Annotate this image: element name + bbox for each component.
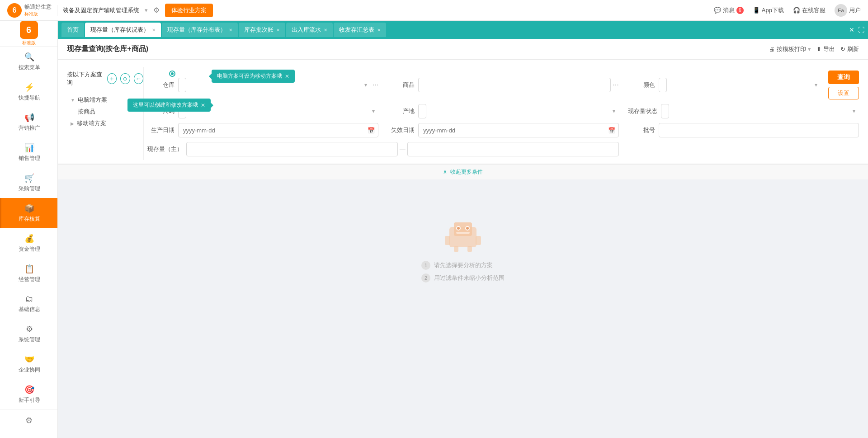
sidebar-item-collab[interactable]: 🤝 企业协同 bbox=[0, 349, 57, 379]
sidebar-logo-icon: 6 bbox=[20, 21, 38, 39]
sidebar-item-newbie[interactable]: 🎯 新手引导 bbox=[0, 379, 57, 410]
tooltip-pc-close[interactable]: ✕ bbox=[285, 73, 289, 80]
tab-batch[interactable]: 库存批次账 ✕ bbox=[239, 23, 285, 37]
empty-state: 1 请先选择要分析的方案 2 用过滤条件来缩小分析范围 bbox=[58, 179, 868, 322]
sidebar-item-system[interactable]: ⚙ 系统管理 bbox=[0, 319, 57, 349]
color-select[interactable] bbox=[659, 78, 667, 92]
warehouse-select[interactable] bbox=[178, 78, 186, 92]
message-item[interactable]: 💬 消息 6 bbox=[714, 6, 744, 14]
svg-point-4 bbox=[457, 227, 460, 230]
sidebar-item-operations[interactable]: 📋 经营管理 bbox=[0, 259, 57, 289]
operations-icon: 📋 bbox=[24, 264, 34, 274]
finance-icon: 💰 bbox=[24, 234, 34, 244]
prod-date-from[interactable] bbox=[178, 123, 378, 137]
qty-from[interactable] bbox=[186, 142, 398, 156]
online-support-item[interactable]: 🎧 在线客服 bbox=[793, 6, 826, 14]
sidebar-collapse-btn[interactable]: ◀ bbox=[0, 431, 57, 438]
message-icon: 💬 bbox=[714, 7, 721, 14]
filter-inv-status: 现存量状态 bbox=[628, 104, 859, 118]
empty-steps: 1 请先选择要分析的方案 2 用过滤条件来缩小分析范围 bbox=[421, 261, 505, 286]
quicknav-icon: ⚡ bbox=[24, 82, 34, 92]
sales-icon: 📊 bbox=[24, 143, 34, 153]
header-actions: 🖨 按模板打印 ▾ ⬆ 导出 ↻ 刷新 bbox=[769, 45, 859, 53]
refresh-btn[interactable]: ↻ 刷新 bbox=[840, 45, 859, 53]
logo-text: 畅通好生意 标准版 bbox=[24, 4, 52, 17]
collapse-bar[interactable]: ∧ 收起更多条件 bbox=[58, 164, 868, 179]
prod-date-icon[interactable]: 📅 bbox=[368, 127, 375, 134]
sidebar-settings-btn[interactable]: ⚙ bbox=[0, 410, 57, 431]
batch-input[interactable] bbox=[659, 123, 859, 137]
user-item[interactable]: Ea 用户 bbox=[835, 4, 861, 17]
filter-copy-btn[interactable]: ⊙ bbox=[120, 73, 130, 84]
query-button[interactable]: 查询 bbox=[828, 71, 859, 84]
collapse-icon: ◀ bbox=[26, 436, 32, 438]
svg-rect-8 bbox=[476, 236, 481, 245]
tab-maximize-icon[interactable]: ⛶ bbox=[858, 26, 864, 33]
tab-summary[interactable]: 收发存汇总表 ✕ bbox=[334, 23, 386, 37]
system-select-icon[interactable]: ▾ bbox=[145, 7, 148, 14]
logo-area: 6 畅通好生意 标准版 bbox=[7, 3, 52, 18]
svg-rect-6 bbox=[456, 232, 470, 234]
export-icon: ⬆ bbox=[816, 46, 821, 52]
settings-icon[interactable]: ⚙ bbox=[153, 6, 160, 14]
collapse-icon: ▶ bbox=[71, 121, 74, 126]
exp-date-from[interactable] bbox=[418, 123, 618, 137]
trial-button[interactable]: 体验行业方案 bbox=[165, 4, 213, 17]
empty-step-1: 1 请先选择要分析的方案 bbox=[421, 261, 505, 270]
filter-exp-date: 失效日期 📅 bbox=[387, 123, 618, 137]
inventory-icon: 📦 bbox=[24, 203, 34, 213]
sidebar-item-finance[interactable]: 💰 资金管理 bbox=[0, 228, 57, 259]
app-download-item[interactable]: 📱 App下载 bbox=[753, 6, 784, 14]
expand-icon: ▼ bbox=[71, 98, 75, 103]
svg-point-5 bbox=[466, 227, 469, 230]
mobile-icon: 📱 bbox=[753, 7, 760, 14]
refresh-icon: ↻ bbox=[840, 46, 845, 52]
export-btn[interactable]: ⬆ 导出 bbox=[816, 45, 835, 53]
exp-date-icon[interactable]: 📅 bbox=[608, 127, 615, 134]
dot-indicator bbox=[170, 71, 175, 76]
set-button[interactable]: 设置 bbox=[828, 87, 859, 99]
tab-close-summary[interactable]: ✕ bbox=[377, 28, 381, 33]
sidebar-item-purchase[interactable]: 🛒 采购管理 bbox=[0, 168, 57, 198]
svg-rect-9 bbox=[454, 246, 458, 252]
newbie-icon: 🎯 bbox=[24, 385, 34, 395]
filter-top: 按以下方案查询 + ⊙ ← bbox=[67, 71, 143, 87]
filter-area: 按以下方案查询 + ⊙ ← ▼ 电脑端方案 bbox=[58, 60, 868, 164]
tab-home[interactable]: 首页 bbox=[61, 23, 84, 37]
warehouse-dots[interactable]: ··· bbox=[373, 81, 378, 89]
filter-add-btn[interactable]: + bbox=[107, 73, 117, 84]
schema-item-mobile[interactable]: ▶ 移动端方案 bbox=[67, 118, 143, 129]
tab-inventory-status[interactable]: 现存量（库存状况表） ✕ bbox=[85, 23, 161, 37]
schema-panel: 按以下方案查询 + ⊙ ← ▼ 电脑端方案 bbox=[67, 67, 144, 160]
sidebar-item-basic[interactable]: 🗂 基础信息 bbox=[0, 289, 57, 319]
svg-rect-10 bbox=[467, 246, 472, 252]
goods-dots[interactable]: ··· bbox=[613, 81, 618, 89]
gear-icon: ⚙ bbox=[25, 415, 33, 425]
goods-input[interactable] bbox=[418, 78, 611, 92]
filter-back-btn[interactable]: ← bbox=[134, 73, 143, 84]
tab-close-inventory-dist[interactable]: ✕ bbox=[229, 28, 232, 33]
sidebar-item-sales[interactable]: 📊 销售管理 bbox=[0, 137, 57, 168]
purchase-icon: 🛒 bbox=[24, 173, 34, 183]
origin-select[interactable] bbox=[418, 104, 426, 118]
print-btn[interactable]: 🖨 按模板打印 ▾ bbox=[769, 45, 811, 53]
tab-inout[interactable]: 出入库流水 ✕ bbox=[286, 23, 333, 37]
collapse-up-icon: ∧ bbox=[443, 169, 447, 175]
tooltip-edit: 这里可以创建和修改方案哦 ✕ bbox=[127, 99, 211, 112]
inv-status-select[interactable] bbox=[661, 104, 669, 118]
tab-close-batch[interactable]: ✕ bbox=[276, 28, 280, 33]
tab-close-inventory-status[interactable]: ✕ bbox=[152, 28, 156, 33]
tab-minimize-icon[interactable]: ✕ bbox=[849, 26, 854, 33]
sidebar-item-inventory[interactable]: 📦 库存核算 bbox=[0, 198, 57, 228]
qty-to[interactable] bbox=[407, 142, 619, 156]
tab-close-inout[interactable]: ✕ bbox=[324, 28, 327, 33]
schema-tree: ▼ 电脑端方案 按商品 ▶ 移动端方案 bbox=[67, 92, 143, 131]
filter-origin: 产地 bbox=[387, 104, 618, 118]
sidebar-item-quicknav[interactable]: ⚡ 快捷导航 bbox=[0, 77, 57, 107]
sidebar-item-search[interactable]: 🔍 搜索菜单 bbox=[0, 47, 57, 77]
tab-inventory-dist[interactable]: 现存量（库存分布表） ✕ bbox=[162, 23, 238, 37]
filter-goods: 商品 ··· bbox=[387, 71, 618, 99]
sidebar-item-marketing[interactable]: 📢 营销推广 bbox=[0, 107, 57, 137]
basic-icon: 🗂 bbox=[25, 294, 33, 304]
tooltip-edit-close[interactable]: ✕ bbox=[201, 102, 205, 108]
